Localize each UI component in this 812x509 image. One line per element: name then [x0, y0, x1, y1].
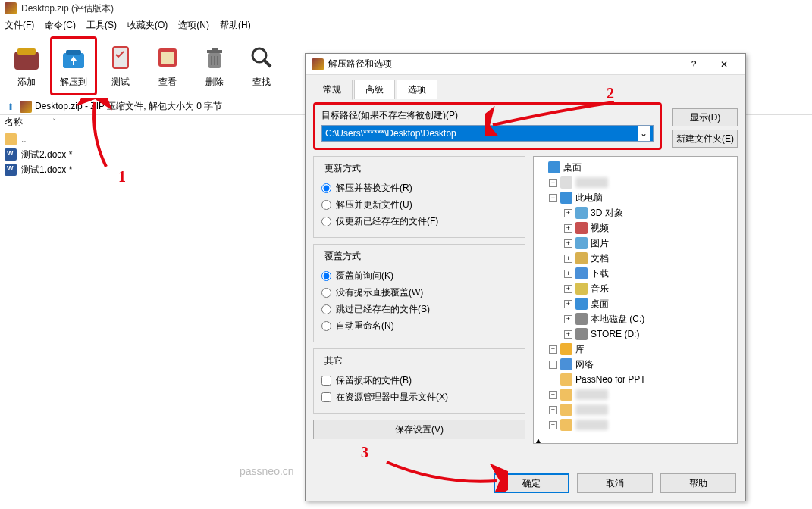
menu-file[interactable]: 文件(F): [5, 19, 34, 32]
menu-favorites[interactable]: 收藏夹(O): [127, 19, 168, 32]
menu-help[interactable]: 帮助(H): [220, 19, 251, 32]
tree-node[interactable]: +本地磁盘 (C:): [537, 311, 734, 326]
expander-icon[interactable]: +: [564, 315, 572, 323]
target-path-input[interactable]: C:\Users\******\Desktop\Desktop ⌄: [321, 125, 654, 142]
radio-input[interactable]: [321, 200, 331, 210]
tree-icon: [560, 404, 572, 416]
scroll-up-icon[interactable]: ▲: [534, 436, 737, 444]
toolbar-test[interactable]: 测试: [97, 36, 144, 95]
tree-node[interactable]: +STORE (D:): [537, 326, 734, 342]
dialog-title: 解压路径和选项: [328, 58, 679, 70]
radio-update-existing[interactable]: 仅更新已经存在的文件(F): [321, 213, 517, 230]
radio-input[interactable]: [321, 217, 331, 226]
toolbar-add-label: 添加: [17, 76, 36, 89]
radio-overwrite-noprompt[interactable]: 没有提示直接覆盖(W): [321, 284, 517, 301]
radio-input[interactable]: [321, 288, 331, 298]
target-path-value: C:\Users\******\Desktop\Desktop: [325, 128, 456, 139]
group-title: 更新方式: [321, 162, 364, 175]
help-button-footer[interactable]: 帮助: [660, 473, 736, 493]
save-settings-button[interactable]: 保存设置(V): [313, 420, 525, 439]
menu-options[interactable]: 选项(N): [178, 19, 209, 32]
column-name: 名称: [5, 116, 23, 129]
checkbox-input[interactable]: [321, 392, 331, 402]
toolbar-extract[interactable]: 解压到: [50, 36, 97, 95]
toolbar-delete-label: 删除: [205, 76, 224, 89]
expander-icon[interactable]: +: [564, 270, 572, 278]
radio-auto-rename[interactable]: 自动重命名(N): [321, 317, 517, 334]
extract-dialog: 解压路径和选项 ? ✕ 常规 高级 选项 显示(D) 新建文件夹(E) 目标路径…: [305, 53, 746, 501]
new-folder-button[interactable]: 新建文件夹(E): [672, 130, 738, 148]
cancel-button[interactable]: 取消: [577, 473, 653, 493]
expander-icon[interactable]: +: [564, 224, 572, 233]
radio-input[interactable]: [321, 304, 331, 314]
radio-input[interactable]: [321, 321, 331, 331]
tree-node[interactable]: 桌面: [537, 160, 734, 175]
expander-icon[interactable]: +: [564, 239, 572, 248]
menu-tools[interactable]: 工具(S): [86, 19, 117, 32]
tab-general[interactable]: 常规: [312, 80, 353, 100]
expander-icon[interactable]: +: [564, 285, 572, 293]
tree-node[interactable]: +视频: [537, 220, 734, 236]
dropdown-icon[interactable]: ⌄: [638, 126, 650, 141]
tree-icon: [560, 389, 572, 401]
check-keep-broken[interactable]: 保留损坏的文件(B): [321, 372, 517, 389]
toolbar-delete[interactable]: 删除: [191, 36, 238, 95]
tree-node[interactable]: +桌面: [537, 296, 734, 311]
file-name: 测试2.docx *: [21, 148, 72, 161]
svg-rect-6: [161, 52, 174, 64]
radio-extract-update[interactable]: 解压并更新文件(U): [321, 196, 517, 213]
tree-node[interactable]: +3D 对象: [537, 205, 734, 220]
toolbar-add[interactable]: 添加: [3, 36, 50, 95]
toolbar-view[interactable]: 查看: [144, 36, 191, 95]
tree-node[interactable]: +图片: [537, 236, 734, 251]
radio-extract-replace[interactable]: 解压并替换文件(R): [321, 180, 517, 196]
expander-icon[interactable]: +: [564, 254, 572, 263]
tree-node[interactable]: −此电脑: [537, 190, 734, 205]
expander-icon[interactable]: +: [564, 209, 572, 217]
tab-advanced[interactable]: 高级: [354, 80, 395, 99]
tree-node[interactable]: −: [537, 175, 734, 190]
tree-node[interactable]: +文档: [537, 251, 734, 266]
annotation-2: 2: [607, 85, 614, 102]
tree-icon: [560, 343, 572, 355]
expander-icon[interactable]: −: [549, 179, 557, 187]
radio-input[interactable]: [321, 183, 331, 193]
expander-icon[interactable]: +: [549, 345, 557, 354]
tab-options[interactable]: 选项: [397, 80, 437, 99]
help-button[interactable]: ?: [679, 55, 709, 74]
ok-button[interactable]: 确定: [494, 473, 569, 493]
radio-input[interactable]: [321, 271, 331, 281]
menu-command[interactable]: 命令(C): [45, 19, 76, 32]
radio-ask-overwrite[interactable]: 覆盖前询问(K): [321, 267, 517, 284]
expander-icon[interactable]: +: [549, 361, 557, 369]
radio-label: 解压并更新文件(U): [336, 198, 412, 211]
scrollbar[interactable]: ▲ ▼: [534, 436, 737, 444]
expander-icon[interactable]: +: [549, 421, 557, 429]
tree-node[interactable]: +: [537, 402, 734, 417]
tree-node[interactable]: +下载: [537, 266, 734, 281]
tree-node[interactable]: +音乐: [537, 281, 734, 296]
show-button[interactable]: 显示(D): [672, 108, 738, 126]
close-button[interactable]: ✕: [709, 55, 739, 74]
check-show-explorer[interactable]: 在资源管理器中显示文件(X): [321, 389, 517, 405]
tree-icon: [560, 373, 572, 386]
toolbar-find[interactable]: 查找: [238, 36, 285, 95]
radio-skip-existing[interactable]: 跳过已经存在的文件(S): [321, 301, 517, 317]
tree-node[interactable]: +: [537, 387, 734, 402]
watermark: passneo.cn: [240, 465, 294, 477]
tree-node[interactable]: PassNeo for PPT: [537, 372, 734, 387]
dialog-body: 显示(D) 新建文件夹(E) 目标路径(如果不存在将被创建)(P) C:\Use…: [306, 102, 745, 451]
expander-icon[interactable]: +: [564, 330, 572, 339]
folder-tree[interactable]: 桌面− −此电脑+3D 对象+视频+图片+文档+下载+音乐+桌面+本地磁盘 (C…: [533, 156, 738, 444]
expander-icon[interactable]: +: [549, 406, 557, 414]
tree-node[interactable]: +: [537, 417, 734, 432]
expander-icon[interactable]: −: [549, 194, 557, 202]
expander-icon[interactable]: +: [549, 391, 557, 399]
checkbox-input[interactable]: [321, 376, 331, 386]
expander-icon[interactable]: +: [564, 300, 572, 308]
archive-icon: [20, 101, 32, 113]
tree-node[interactable]: +库: [537, 342, 734, 357]
up-icon[interactable]: ⬆: [5, 101, 17, 113]
tree-label: STORE (D:): [591, 329, 639, 339]
tree-node[interactable]: +网络: [537, 357, 734, 372]
